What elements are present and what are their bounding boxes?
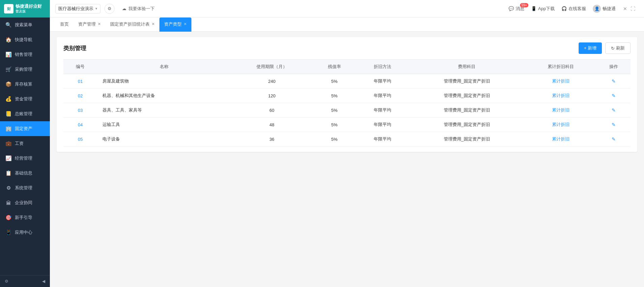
guide-icon: 🎯 bbox=[5, 215, 11, 221]
cell-expense: 管理费用_固定资产折旧 bbox=[409, 118, 525, 132]
cell-period: 36 bbox=[231, 132, 313, 147]
customer-service-button[interactable]: 🎧 在线客服 bbox=[561, 6, 586, 12]
cell-accumulated[interactable]: 累计折旧 bbox=[525, 89, 597, 103]
cell-method: 年限平均 bbox=[356, 103, 409, 118]
page-content: 类别管理 + 新增 ↻ 刷新 编号 名称 使用期限（月） 残值率 bbox=[50, 32, 644, 287]
headset-icon: 🎧 bbox=[561, 6, 567, 11]
cell-residual: 5% bbox=[313, 74, 356, 89]
tab-home[interactable]: 首页 bbox=[55, 18, 73, 32]
page-header: 类别管理 + 新增 ↻ 刷新 bbox=[63, 42, 631, 54]
cloud-icon: ☁ bbox=[122, 6, 126, 11]
chevron-down-icon: ▾ bbox=[95, 6, 97, 11]
topbar: 医疗器械行业演示 ▾ ⚙ ☁ 我要体验一下 💬 消息 99+ 📱 App下载 🎧… bbox=[50, 0, 644, 18]
col-period: 使用期限（月） bbox=[231, 60, 313, 74]
edit-icon[interactable]: ✎ bbox=[612, 107, 616, 113]
cell-action: ✎ bbox=[597, 132, 631, 147]
experience-button[interactable]: ☁ 我要体验一下 bbox=[119, 4, 158, 13]
sidebar-item-capital[interactable]: 💰 资金管理 bbox=[0, 92, 50, 106]
table-row: 01 房屋及建筑物 240 5% 年限平均 管理费用_固定资产折旧 累计折旧 ✎ bbox=[63, 74, 631, 89]
new-button[interactable]: + 新增 bbox=[579, 42, 602, 54]
sidebar-item-fixed-assets[interactable]: 🏢 固定资产 bbox=[0, 121, 50, 136]
cell-period: 48 bbox=[231, 118, 313, 132]
sidebar-collapse-icon[interactable]: ◀ bbox=[42, 279, 45, 284]
edit-icon[interactable]: ✎ bbox=[612, 122, 616, 127]
refresh-button[interactable]: ↻ 刷新 bbox=[605, 42, 631, 54]
col-code: 编号 bbox=[63, 60, 97, 74]
sidebar-item-guide[interactable]: 🎯 新手引导 bbox=[0, 210, 50, 225]
cell-residual: 5% bbox=[313, 132, 356, 147]
tab-asset-type[interactable]: 资产类型 ✕ bbox=[159, 18, 191, 32]
cell-accumulated[interactable]: 累计折旧 bbox=[525, 118, 597, 132]
sidebar-item-search[interactable]: 🔍 搜索菜单 bbox=[0, 18, 50, 32]
maximize-button[interactable]: ⛶ bbox=[631, 6, 635, 11]
window-controls: ✕ ⛶ bbox=[620, 6, 639, 11]
settings-button[interactable]: ⚙ bbox=[104, 4, 115, 14]
app-center-icon: 📱 bbox=[5, 229, 11, 235]
fixed-assets-icon: 🏢 bbox=[5, 126, 11, 132]
col-name: 名称 bbox=[97, 60, 231, 74]
cell-accumulated[interactable]: 累计折旧 bbox=[525, 103, 597, 118]
salary-icon: 💼 bbox=[5, 140, 11, 147]
cell-code[interactable]: 04 bbox=[63, 118, 97, 132]
cell-code[interactable]: 01 bbox=[63, 74, 97, 89]
sidebar-item-ledger[interactable]: 📒 总账管理 bbox=[0, 106, 50, 121]
tab-close-asset-mgmt[interactable]: ✕ bbox=[98, 22, 101, 26]
cell-period: 240 bbox=[231, 74, 313, 89]
table-row: 03 器具、工具、家具等 60 5% 年限平均 管理费用_固定资产折旧 累计折旧… bbox=[63, 103, 631, 118]
sidebar-settings-icon[interactable]: ⚙ bbox=[5, 279, 8, 284]
cell-action: ✎ bbox=[597, 118, 631, 132]
sidebar-item-app-center[interactable]: 📱 应用中心 bbox=[0, 225, 50, 240]
sidebar: 财 畅捷通好业财 普及版 🔍 搜索菜单 🏠 快捷导航 📊 销售管理 🛒 采购管理… bbox=[0, 0, 50, 287]
app-download-button[interactable]: 📱 App下载 bbox=[531, 6, 555, 12]
basic-info-icon: 📋 bbox=[5, 170, 11, 176]
inventory-icon: 📦 bbox=[5, 81, 11, 87]
message-icon: 💬 bbox=[509, 6, 514, 11]
cell-name: 器具、工具、家具等 bbox=[97, 103, 231, 118]
username: 畅捷通 bbox=[603, 6, 616, 12]
system-icon: ⚙ bbox=[5, 185, 11, 191]
user-avatar: 👤 bbox=[593, 5, 601, 13]
tab-depreciation-table[interactable]: 固定资产折旧统计表 ✕ bbox=[105, 18, 159, 32]
sidebar-item-quick-nav[interactable]: 🏠 快捷导航 bbox=[0, 32, 50, 47]
sidebar-item-purchase[interactable]: 🛒 采购管理 bbox=[0, 62, 50, 77]
app-download-label: App下载 bbox=[538, 6, 555, 12]
tab-close-asset-type[interactable]: ✕ bbox=[184, 22, 187, 26]
sidebar-item-enterprise[interactable]: 🏛 企业协同 bbox=[0, 195, 50, 210]
company-selector[interactable]: 医疗器械行业演示 ▾ bbox=[55, 4, 100, 13]
message-badge: 99+ bbox=[520, 3, 528, 7]
tab-close-depreciation-table[interactable]: ✕ bbox=[152, 22, 155, 26]
cell-action: ✎ bbox=[597, 89, 631, 103]
sales-icon: 📊 bbox=[5, 52, 11, 58]
table-row: 02 机器、机械和其他生产设备 120 5% 年限平均 管理费用_固定资产折旧 … bbox=[63, 89, 631, 103]
sidebar-item-basic-info[interactable]: 📋 基础信息 bbox=[0, 166, 50, 181]
refresh-icon: ↻ bbox=[611, 46, 615, 51]
cell-residual: 5% bbox=[313, 89, 356, 103]
tab-asset-mgmt[interactable]: 资产管理 ✕ bbox=[73, 18, 105, 32]
cell-code[interactable]: 03 bbox=[63, 103, 97, 118]
close-button[interactable]: ✕ bbox=[623, 6, 627, 11]
cell-expense: 管理费用_固定资产折旧 bbox=[409, 103, 525, 118]
edit-icon[interactable]: ✎ bbox=[612, 136, 616, 142]
cell-code[interactable]: 02 bbox=[63, 89, 97, 103]
cell-accumulated[interactable]: 累计折旧 bbox=[525, 74, 597, 89]
sidebar-item-inventory[interactable]: 📦 库存核算 bbox=[0, 77, 50, 92]
logo-title: 畅捷通好业财 bbox=[16, 4, 42, 9]
sidebar-item-sales[interactable]: 📊 销售管理 bbox=[0, 47, 50, 62]
logo-icon: 财 bbox=[4, 4, 13, 13]
cell-method: 年限平均 bbox=[356, 74, 409, 89]
user-button[interactable]: 👤 畅捷通 bbox=[593, 5, 616, 13]
message-button[interactable]: 💬 消息 99+ bbox=[509, 6, 524, 12]
cell-code[interactable]: 05 bbox=[63, 132, 97, 147]
col-residual: 残值率 bbox=[313, 60, 356, 74]
sidebar-item-system[interactable]: ⚙ 系统管理 bbox=[0, 181, 50, 195]
edit-icon[interactable]: ✎ bbox=[612, 93, 616, 98]
edit-icon[interactable]: ✎ bbox=[612, 78, 616, 84]
cell-accumulated[interactable]: 累计折旧 bbox=[525, 132, 597, 147]
cell-residual: 5% bbox=[313, 118, 356, 132]
enterprise-icon: 🏛 bbox=[5, 200, 11, 206]
sidebar-item-operations[interactable]: 📈 经营管理 bbox=[0, 151, 50, 166]
cell-period: 120 bbox=[231, 89, 313, 103]
cell-name: 机器、机械和其他生产设备 bbox=[97, 89, 231, 103]
sidebar-item-salary[interactable]: 💼 工资 bbox=[0, 136, 50, 151]
cell-method: 年限平均 bbox=[356, 89, 409, 103]
